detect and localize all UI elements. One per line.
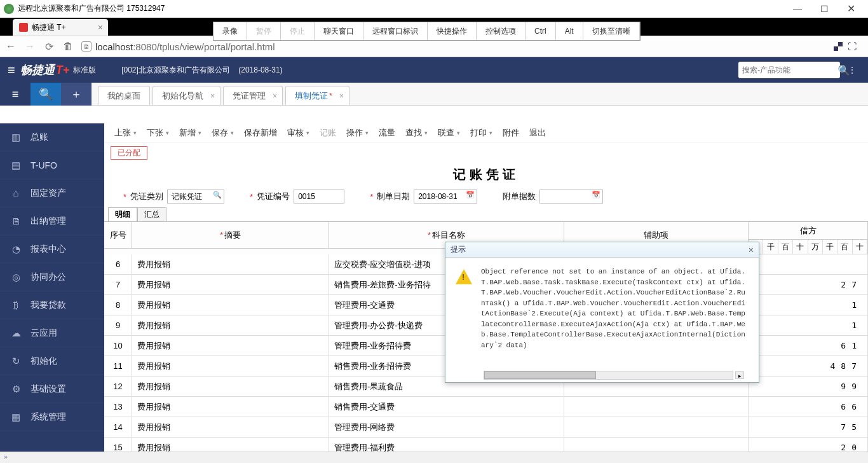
browser-tab[interactable]: 畅捷通 T+ xyxy=(13,19,108,36)
app-tab-1[interactable]: 初始化导航× xyxy=(153,86,220,105)
nav-trash-icon[interactable]: 🗑 xyxy=(62,41,74,52)
sidebar-label: 出纳管理 xyxy=(31,216,66,227)
rc-btn-3[interactable]: 聊天窗口 xyxy=(315,22,363,40)
remote-toolbar: 录像暂停停止聊天窗口远程窗口标识快捷操作控制选项CtrlAlt切换至清晰 xyxy=(213,22,641,41)
statusbar-chevron-icon[interactable]: » xyxy=(4,453,8,460)
sidebar-label: T-UFO xyxy=(31,160,57,170)
sidebar-item-8[interactable]: ↻初始化 xyxy=(0,347,104,375)
tab-close-icon[interactable]: × xyxy=(273,92,277,100)
toolbar-btn-0[interactable]: 上张 xyxy=(111,127,140,139)
tab-close-icon[interactable]: × xyxy=(210,92,215,100)
rc-btn-7[interactable]: Ctrl xyxy=(526,22,556,40)
toolbar-btn-12[interactable]: 附件 xyxy=(499,127,523,139)
toolbar-btn-4[interactable]: 保存新增 xyxy=(240,127,281,139)
nav-reload-icon[interactable]: ⟳ xyxy=(43,41,55,53)
header-extra-icon[interactable]: ⋮ xyxy=(848,65,860,75)
rc-btn-2[interactable]: 停止 xyxy=(281,22,315,40)
sidebar-toggle-icon[interactable]: ≡ xyxy=(0,83,31,106)
sidebar-item-4[interactable]: ◔报表中心 xyxy=(0,235,104,263)
sidebar-item-2[interactable]: ⌂固定资产 xyxy=(0,179,104,207)
voucher-date-input[interactable] xyxy=(414,190,477,204)
toolbar-btn-5[interactable]: 审核 xyxy=(283,127,313,139)
rc-btn-6[interactable]: 控制选项 xyxy=(477,22,526,40)
app-tab-2[interactable]: 凭证管理× xyxy=(223,86,283,105)
sidebar-item-6[interactable]: ₿我要贷款 xyxy=(0,291,104,319)
close-button[interactable]: ✕ xyxy=(837,1,864,17)
rc-btn-9[interactable]: 切换至清晰 xyxy=(583,22,640,40)
toolbar-btn-10[interactable]: 联查 xyxy=(434,127,464,139)
rc-btn-5[interactable]: 快捷操作 xyxy=(428,22,477,40)
sidebar-item-1[interactable]: ▤T-UFO xyxy=(0,151,104,179)
scrollbar-thumb[interactable] xyxy=(484,371,596,379)
sidebar-icon: ▥ xyxy=(10,132,22,143)
search-input[interactable] xyxy=(742,66,837,74)
status-tag: 已分配 xyxy=(111,146,147,160)
subtab-0[interactable]: 明细 xyxy=(108,207,137,221)
sidebar-label: 基础设置 xyxy=(31,384,66,395)
toolbar-btn-7[interactable]: 操作 xyxy=(342,127,372,139)
nav-forward-icon[interactable]: → xyxy=(24,41,36,52)
field-no-label: 凭证编号 xyxy=(257,191,290,202)
search-box[interactable]: 🔍 xyxy=(738,62,840,78)
site-info-icon[interactable]: 🗎 xyxy=(81,41,92,52)
new-item-icon[interactable]: ＋ xyxy=(61,83,92,106)
table-row[interactable]: 14费用报销管理费用-网络费75 xyxy=(104,417,868,438)
scroll-right-icon[interactable]: ▸ xyxy=(735,371,744,379)
toolbar-btn-13[interactable]: 退出 xyxy=(526,127,550,139)
dialog-scrollbar[interactable]: ▸ xyxy=(484,371,733,380)
sidebar-label: 我要贷款 xyxy=(31,300,66,311)
app-header: ≡ 畅捷通T+ 标准版 [002]北京源聚泰和广告有限公司 (2018-08-3… xyxy=(0,57,868,83)
sidebar-icon: ↻ xyxy=(10,356,22,367)
table-row[interactable]: 13费用报销销售费用-交通费66 xyxy=(104,397,868,417)
maximize-button[interactable]: ☐ xyxy=(811,1,837,17)
addr-extra-icon-1[interactable]: 🙾 xyxy=(834,41,843,52)
sidebar-icon: ◎ xyxy=(10,272,22,283)
toolbar-btn-1[interactable]: 下张 xyxy=(143,127,173,139)
subtab-1[interactable]: 汇总 xyxy=(137,207,166,221)
toolbar-btn-8[interactable]: 流量 xyxy=(375,127,399,139)
org-name: [002]北京源聚泰和广告有限公司 xyxy=(121,66,230,74)
sidebar-icon: 🗎 xyxy=(10,216,22,226)
voucher-no-input[interactable] xyxy=(294,190,344,204)
rc-btn-8[interactable]: Alt xyxy=(556,22,583,40)
sidebar-item-3[interactable]: 🗎出纳管理 xyxy=(0,207,104,235)
rc-btn-1[interactable]: 暂停 xyxy=(247,22,281,40)
sidebar-icon: ₿ xyxy=(10,300,22,310)
app-tab-3[interactable]: 填制凭证*× xyxy=(285,86,349,105)
toolbar-btn-3[interactable]: 保存 xyxy=(208,127,238,139)
global-search-icon[interactable]: 🔍 xyxy=(31,83,61,106)
table-row[interactable]: 15费用报销管理费用-福利费20 xyxy=(104,438,868,452)
app-tabs: 我的桌面初始化导航×凭证管理×填制凭证*× xyxy=(92,83,868,106)
sidebar-item-0[interactable]: ▥总账 xyxy=(0,123,104,151)
addr-extra-icon-2[interactable]: ⛶ xyxy=(848,41,857,52)
col-seq: 序号 xyxy=(104,222,132,249)
sidebar-label: 报表中心 xyxy=(31,244,66,255)
toolbar-btn-2[interactable]: 新增 xyxy=(175,127,205,139)
sidebar-label: 协同办公 xyxy=(31,272,66,283)
sidebar-label: 云应用 xyxy=(31,328,57,339)
sidebar-item-9[interactable]: ⚙基础设置 xyxy=(0,375,104,403)
sidebar-icon: ☁ xyxy=(10,328,22,339)
sidebar-item-7[interactable]: ☁云应用 xyxy=(0,319,104,347)
hamburger-icon[interactable]: ≡ xyxy=(8,63,14,78)
window-titlebar: 远程北京源聚泰和广告有限公司 175312947 — ☐ ✕ xyxy=(0,0,868,18)
sidebar-item-10[interactable]: ▦系统管理 xyxy=(0,403,104,431)
sidebar-icon: ▤ xyxy=(10,160,22,171)
status-bar: » xyxy=(0,452,868,463)
sidebar-label: 固定资产 xyxy=(31,188,66,199)
address-bar[interactable]: 🗎 localhost:8080/tplus/view/portal/porta… xyxy=(81,41,826,52)
voucher-type-input[interactable] xyxy=(167,190,224,204)
dialog-close-icon[interactable]: × xyxy=(749,245,754,255)
attachment-count-input[interactable] xyxy=(539,190,603,204)
field-date-label: 制单日期 xyxy=(377,191,410,202)
toolbar-btn-11[interactable]: 打印 xyxy=(466,127,496,139)
nav-back-icon[interactable]: ← xyxy=(5,41,17,52)
sidebar-item-5[interactable]: ◎协同办公 xyxy=(0,263,104,291)
tab-close-icon[interactable]: × xyxy=(339,92,344,100)
minimize-button[interactable]: — xyxy=(784,1,811,17)
app-tab-0[interactable]: 我的桌面 xyxy=(98,86,150,105)
toolbar-btn-9[interactable]: 查找 xyxy=(402,127,431,139)
field-att-label: 附单据数 xyxy=(503,191,536,202)
rc-btn-0[interactable]: 录像 xyxy=(214,22,247,40)
rc-btn-4[interactable]: 远程窗口标识 xyxy=(363,22,428,40)
